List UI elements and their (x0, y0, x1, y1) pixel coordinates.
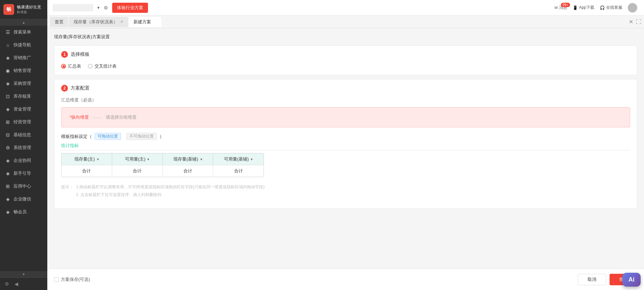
step1-card: 1 选择模板 汇总表 交叉统计表 (54, 45, 637, 75)
sidebar-item-marketing[interactable]: ◈ 营销推广 (0, 51, 47, 64)
col-chevron-1[interactable]: ▾ (147, 157, 149, 162)
step1-badge: 1 (61, 51, 68, 58)
col-header-3[interactable]: 可用量(基辅) ▾ (213, 153, 264, 165)
save-checkbox[interactable]: 方案保存(可选) (54, 276, 90, 283)
wechat-icon: ◈ (5, 196, 11, 202)
tab-inventory-close[interactable]: ✕ (120, 20, 123, 24)
radio-summary-table[interactable]: 汇总表 (61, 63, 81, 69)
col-chevron-2[interactable]: ▾ (200, 157, 202, 162)
sidebar-item-label: 应用中心 (14, 183, 31, 189)
radio-cross-label: 交叉统计表 (95, 63, 117, 69)
sidebar-item-system[interactable]: ⚙ 系统管理 (0, 141, 47, 154)
step2-header: 2 方案配置 (61, 85, 630, 92)
dimension-required-area[interactable]: *纵向维度 —— 请选择分组维度 (61, 107, 630, 127)
indicator-settings: 模板指标设定（ 可拖动位置 不可拖动位置 ） (61, 133, 630, 140)
topbar-dropdown-icon[interactable]: ▾ (97, 5, 100, 10)
col-header-1[interactable]: 可用量(主) ▾ (112, 153, 163, 165)
col-chevron-3[interactable]: ▾ (251, 157, 253, 162)
sidebar-item-cooperation[interactable]: ◈ 企业协同 (0, 154, 47, 167)
tab-expand-icon[interactable]: ⛶ (636, 19, 641, 25)
tip-text-0: 1.拖动标题栏可以调整布局，不可跨维度或指标区域拖动栏目字段(只能在同一维度或指… (76, 184, 265, 190)
service-label: 在线客服 (606, 5, 622, 10)
sidebar-item-finance[interactable]: ◈ 资金管理 (0, 103, 47, 116)
tip-label-prefix: 提示： (61, 184, 73, 190)
sidebar-item-sales[interactable]: ◉ 销售管理 (0, 64, 47, 77)
app-download-icon: 📱 (573, 5, 578, 10)
tab-new-plan[interactable]: 新建方案 ✕ (129, 17, 162, 27)
tab-home-label: 首页 (55, 19, 64, 25)
topbar-gear-icon[interactable]: ⚙ (104, 5, 108, 10)
sidebar-item-wechat[interactable]: ◈ 企业微信 (0, 193, 47, 206)
topbar: ▾ ⚙ 体验行业方案 ✉ 消息 99+ 📱 App下载 🎧 在线客服 (47, 0, 644, 16)
indicator-label-suffix: ） (159, 134, 164, 140)
tip-label-space (61, 192, 73, 198)
col-name-1: 可用量(主) (125, 156, 146, 162)
messages-button[interactable]: ✉ 消息 99+ (554, 5, 567, 10)
app-download-button[interactable]: 📱 App下载 (573, 5, 594, 10)
search-menu-icon: ☰ (5, 29, 11, 35)
sidebar-item-purchase[interactable]: ◈ 采购管理 (0, 77, 47, 90)
sidebar: 畅 畅康通好生意 标准版 ▲ ☰ 搜索菜单 ⌂ 快捷导航 ◈ 营销推广 ◉ 销售… (0, 0, 47, 290)
tip-item-0: 提示： 1.拖动标题栏可以调整布局，不可跨维度或指标区域拖动栏目字段(只能在同一… (61, 184, 630, 190)
logo-text: 畅康通好生意 标准版 (17, 5, 41, 15)
topbar-search-input[interactable] (53, 4, 93, 11)
template-radio-group: 汇总表 交叉统计表 (61, 63, 630, 69)
cancel-button[interactable]: 取消 (578, 274, 606, 285)
system-icon: ⚙ (5, 145, 11, 150)
tab-inventory[interactable]: 现存量（库存状况表） ✕ (69, 17, 128, 27)
indicator-settings-label: 模板指标设定（ 可拖动位置 不可拖动位置 ） (61, 133, 630, 140)
sidebar-item-guide[interactable]: ◈ 新手引导 (0, 167, 47, 180)
sidebar-item-label: 采购管理 (14, 80, 31, 87)
logo-icon: 畅 (3, 4, 14, 15)
tab-close-all-icon[interactable]: ✕ (629, 19, 633, 25)
col-name-3: 可用量(基辅) (224, 156, 249, 162)
dimension-placeholder: 请选择分组维度 (106, 114, 137, 120)
sidebar-item-member[interactable]: ◈ 畅会员 (0, 206, 47, 218)
user-avatar-button[interactable] (628, 3, 639, 13)
ai-float-button[interactable]: Ai (622, 273, 641, 287)
online-service-button[interactable]: 🎧 在线客服 (600, 5, 622, 10)
cta-button[interactable]: 体验行业方案 (112, 3, 148, 13)
sidebar-item-label: 企业微信 (14, 196, 31, 202)
sidebar-scroll-down[interactable]: ▼ (0, 271, 47, 277)
radio-cross-table[interactable]: 交叉统计表 (88, 63, 117, 69)
col-name-2: 现存量(基辅) (173, 156, 198, 162)
main-area: ▾ ⚙ 体验行业方案 ✉ 消息 99+ 📱 App下载 🎧 在线客服 (47, 0, 644, 290)
save-checkbox-label: 方案保存(可选) (61, 276, 90, 283)
sidebar-item-operations[interactable]: ⊞ 经营管理 (0, 116, 47, 128)
operations-icon: ⊞ (5, 119, 11, 125)
checkbox-box (54, 277, 59, 282)
cooperation-icon: ◈ (5, 158, 11, 163)
col-header-2[interactable]: 现存量(基辅) ▾ (163, 153, 214, 165)
tips-area: 提示： 1.拖动标题栏可以调整布局，不可跨维度或指标区域拖动栏目字段(只能在同一… (61, 181, 630, 203)
sidebar-nav: ☰ 搜索菜单 ⌂ 快捷导航 ◈ 营销推广 ◉ 销售管理 ◈ 采购管理 ⊡ 库存核… (0, 26, 47, 271)
col-chevron-0[interactable]: ▾ (97, 157, 99, 162)
dimension-required-label: *纵向维度 (70, 114, 89, 120)
sidebar-item-label: 搜索菜单 (14, 29, 31, 35)
user-avatar (628, 3, 637, 13)
sidebar-item-search[interactable]: ☰ 搜索菜单 (0, 26, 47, 39)
messages-badge: 99+ (561, 3, 570, 7)
sidebar-item-label: 基础信息 (14, 132, 31, 138)
sidebar-scroll-up[interactable]: ▲ (0, 19, 47, 26)
non-draggable-badge: 不可拖动位置 (126, 133, 157, 140)
tab-home[interactable]: 首页 (50, 17, 68, 27)
topbar-right: ✉ 消息 99+ 📱 App下载 🎧 在线客服 (554, 3, 639, 13)
sidebar-item-inventory[interactable]: ⊡ 库存核算 (0, 90, 47, 103)
col-header-0[interactable]: 现存量(主) ▾ (61, 153, 112, 165)
settings-bottom-icon[interactable]: ⚙ (5, 281, 9, 287)
audio-bottom-icon[interactable]: ◀ (15, 281, 18, 287)
purchase-icon: ◈ (5, 81, 11, 86)
radio-summary-label: 汇总表 (68, 63, 81, 69)
sidebar-item-quicknav[interactable]: ⌂ 快捷导航 (0, 39, 47, 51)
sidebar-item-app-center[interactable]: ⊞ 应用中心 (0, 180, 47, 193)
table-data-row: 合计 合计 合计 合计 (61, 165, 264, 177)
sidebar-item-basic-info[interactable]: ⊟ 基础信息 (0, 128, 47, 141)
stats-table: 现存量(主) ▾ 可用量(主) ▾ 现存量(基辅) ▾ 可用量(基辅) (61, 153, 264, 177)
tab-new-close[interactable]: ✕ (154, 20, 157, 24)
basic-info-icon: ⊟ (5, 132, 11, 138)
sidebar-item-label: 系统管理 (14, 145, 31, 151)
finance-icon: ◈ (5, 106, 11, 112)
tab-inventory-label: 现存量（库存状况表） (74, 19, 118, 25)
message-icon: ✉ (554, 5, 558, 10)
